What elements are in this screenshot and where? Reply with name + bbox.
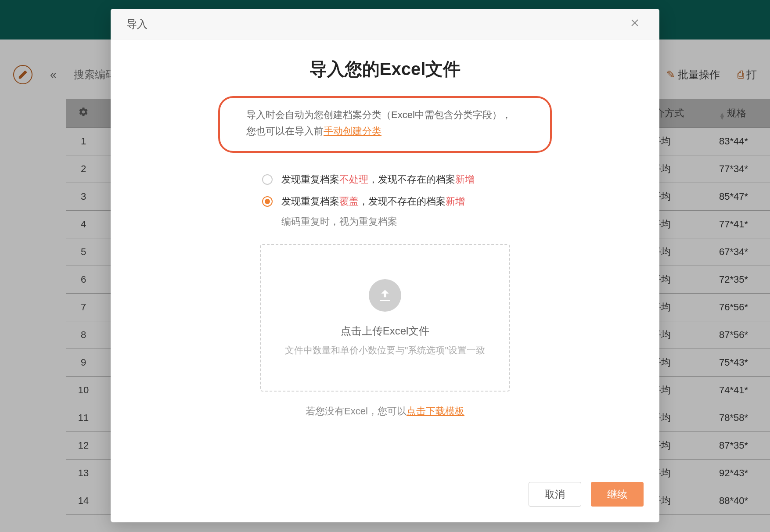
download-template-link[interactable]: 点击下载模板 [407,406,464,417]
duplicate-handling-group: 发现重复档案不处理，发现不存在的档案新增 发现重复档案覆盖，发现不存在的档案新增… [262,169,508,228]
upload-dropzone[interactable]: 点击上传Excel文件 文件中数量和单价小数位要与"系统选项"设置一致 [260,244,510,392]
upload-title: 点击上传Excel文件 [341,324,430,338]
radio-option-overwrite[interactable]: 发现重复档案覆盖，发现不存在的档案新增 [262,191,508,212]
modal-main-title: 导入您的Excel文件 [137,57,633,81]
hint-box: 导入时会自动为您创建档案分类（Excel中需包含分类字段）， 您也可以在导入前手… [218,96,552,153]
manual-create-link[interactable]: 手动创建分类 [324,126,381,137]
radio-label-2: 发现重复档案覆盖，发现不存在的档案新增 [281,195,465,208]
modal-overlay: 导入 导入您的Excel文件 导入时会自动为您创建档案分类（Excel中需包含分… [0,0,770,532]
upload-icon [369,279,401,312]
radio-icon [262,196,273,207]
hint-line-1: 导入时会自动为您创建档案分类（Excel中需包含分类字段）， [246,107,524,123]
hint-line-2: 您也可以在导入前手动创建分类 [246,123,524,139]
radio-icon [262,174,273,185]
radio-note: 编码重复时，视为重复档案 [262,215,508,228]
upload-subtitle: 文件中数量和单价小数位要与"系统选项"设置一致 [285,344,485,356]
modal-title: 导入 [126,17,148,31]
import-modal: 导入 导入您的Excel文件 导入时会自动为您创建档案分类（Excel中需包含分… [111,9,659,522]
cancel-button[interactable]: 取消 [529,482,581,507]
modal-header: 导入 [111,9,659,40]
modal-footer: 取消 继续 [111,471,659,522]
radio-label-1: 发现重复档案不处理，发现不存在的档案新增 [281,173,475,186]
radio-option-skip[interactable]: 发现重复档案不处理，发现不存在的档案新增 [262,169,508,191]
close-icon[interactable] [626,15,644,33]
continue-button[interactable]: 继续 [591,482,644,507]
modal-body: 导入您的Excel文件 导入时会自动为您创建档案分类（Excel中需包含分类字段… [111,40,659,471]
template-line: 若您没有Excel，您可以点击下载模板 [137,405,633,418]
